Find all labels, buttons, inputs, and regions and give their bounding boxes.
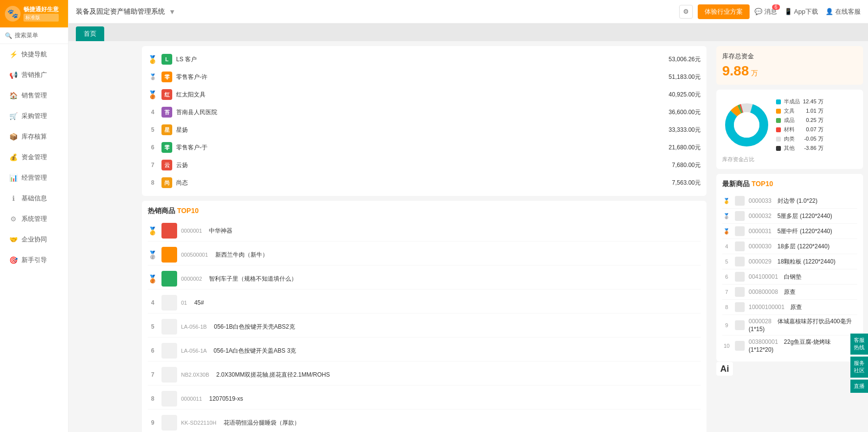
customer-service-button[interactable]: 客服热线: [850, 334, 868, 355]
rank-item: 7 云 云扬 7,680.00元: [148, 158, 701, 172]
sidebar-item-label: 系统管理: [22, 215, 47, 223]
sidebar-item-xitong[interactable]: ⚙ 系统管理: [0, 209, 68, 229]
new-product-item: 10 003800001 22g鱼豆腐-烧烤味 (1*12*20): [722, 336, 857, 356]
new-product-item: 🥉 0000031 5厘中纤 (1220*2440): [722, 224, 857, 239]
topbar-title: 装备及固定资产辅助管理系统 ▼: [76, 7, 674, 16]
new-products-card: 最新商品 TOP10 🥇 0000033 封边带 (1.0*22) 🥈 0000…: [716, 174, 863, 361]
rank-item: 5 星 星扬 33,333.00元: [148, 122, 701, 137]
legend-value: 0.25 万: [806, 117, 823, 124]
product-thumb: [161, 415, 177, 431]
sidebar-item-label: 采购管理: [22, 112, 47, 120]
topbar-right: 💬 消息 6 📱 App下载 👤 在线客服: [754, 7, 861, 16]
medal-bronze-icon: 🥉: [148, 90, 158, 99]
legend-name: 文具: [784, 107, 803, 115]
product-name: 花语萌恒温分腿睡袋（厚款）: [224, 419, 300, 426]
product-thumb: [161, 391, 177, 407]
app-download-label: App下载: [794, 7, 818, 16]
product-thumb: [735, 272, 745, 282]
customer-ranking-card: 🥇 L LS 客户 53,006.26元 🥈 零 零售客户-许 51,183.0…: [142, 46, 707, 196]
rank-number: 8: [722, 304, 731, 310]
sidebar-item-zijin[interactable]: 💰 资金管理: [0, 147, 68, 168]
rank-number: 🥈: [148, 72, 158, 82]
legend-name: 材料: [784, 126, 803, 133]
app-name: 畅捷通好生意: [23, 6, 59, 14]
product-thumb: [161, 247, 177, 263]
legend-item: 材料 0.07 万: [776, 126, 823, 133]
new-product-item: 🥈 0000032 5厘多层 (1220*2440): [722, 209, 857, 224]
dropdown-icon[interactable]: ▼: [169, 8, 176, 16]
top10-label: TOP10: [177, 207, 199, 215]
ai-label[interactable]: Ai: [716, 362, 733, 376]
new-product-item: 4 0000030 18多层 (1220*2440): [722, 239, 857, 254]
product-thumb: [735, 241, 745, 251]
sidebar-item-xinshou[interactable]: 🎯 新手引导: [0, 250, 68, 270]
sidebar-item-jichu[interactable]: ℹ 基础信息: [0, 188, 68, 209]
product-code: 0000002: [181, 276, 207, 282]
live-button[interactable]: 直播: [850, 380, 868, 393]
sidebar-item-label: 快捷导航: [22, 50, 47, 59]
sidebar-item-xiaoshou[interactable]: 🏠 销售管理: [0, 85, 68, 106]
rank-item: 4 苔 苔南县人民医院 36,600.00元: [148, 105, 701, 120]
chart-subtitle: 库存资金占比: [722, 156, 857, 163]
service-icon: 👤: [825, 8, 833, 15]
online-service-button[interactable]: 👤 在线客服: [825, 7, 861, 16]
rank-number: 🥇: [722, 198, 731, 204]
rank-item: 🥇 L LS 客户 53,006.26元: [148, 52, 701, 67]
product-thumb: [161, 367, 177, 383]
legend-name: 其他: [784, 144, 801, 152]
experience-button[interactable]: 体验行业方案: [698, 4, 750, 19]
customer-value: 21,680.00元: [669, 144, 701, 152]
legend-color-dot: [776, 127, 781, 132]
float-service: 客服热线 服务社区 直播: [850, 334, 868, 393]
rank-item: 8 尚 尚态 7,563.00元: [148, 175, 701, 190]
customer-rank-list: 🥇 L LS 客户 53,006.26元 🥈 零 零售客户-许 51,183.0…: [148, 52, 701, 190]
customer-value: 40,925.00元: [669, 91, 701, 99]
settings-button[interactable]: ⚙: [679, 5, 693, 19]
new-product-item: 8 10000100001 原查: [722, 300, 857, 315]
sidebar-item-kuaijie[interactable]: ⚡ 快捷导航: [0, 44, 68, 65]
sidebar-item-qiye[interactable]: 🤝 企业协同: [0, 229, 68, 250]
sidebar-item-yingxiao[interactable]: 📢 营销推广: [0, 65, 68, 85]
rank-number: 🥈: [722, 213, 731, 219]
product-info: 01 45#: [181, 299, 701, 307]
jingying-icon: 📊: [9, 173, 18, 182]
rank-number: 7: [148, 370, 158, 380]
message-button[interactable]: 💬 消息 6: [754, 7, 777, 16]
product-info: NB2.0X30B 2.0X30MM双搓花轴,搓花直径2.1MM/ROHS: [181, 371, 701, 379]
content-right: 库存总资金 9.88 万: [711, 41, 868, 432]
customer-badge: 红: [161, 89, 172, 100]
rank-number: 8: [148, 178, 158, 188]
product-code: NB2.0X30B: [181, 372, 214, 378]
legend-item: 文具 1.01 万: [776, 107, 823, 115]
legend-name: 肉类: [784, 135, 801, 143]
inventory-value-display: 9.88 万: [722, 63, 857, 79]
customer-badge: 零: [161, 72, 172, 82]
product-code: 000500001: [181, 252, 213, 258]
legend-item: 其他 -3.86 万: [776, 144, 823, 152]
customer-name: LS 客户: [176, 55, 665, 64]
legend-color-dot: [776, 118, 781, 123]
qiye-icon: 🤝: [9, 235, 18, 244]
main-area: 装备及固定资产辅助管理系统 ▼ ⚙ 体验行业方案 💬 消息 6 📱 App下载 …: [69, 0, 868, 432]
home-tab[interactable]: 首页: [76, 26, 104, 41]
sidebar-item-caigou[interactable]: 🛒 采购管理: [0, 106, 68, 126]
sidebar-item-jingying[interactable]: 📊 经营管理: [0, 168, 68, 188]
product-name: 056-1B白色按键开关壳ABS2克: [214, 323, 295, 330]
sidebar: 🐾 畅捷通好生意 标准版 🔍 搜索菜单 ⚡ 快捷导航 📢 营销推广 🏠 销售管理…: [0, 0, 69, 432]
inventory-card: 库存总资金 9.88 万: [716, 46, 863, 85]
search-menu[interactable]: 🔍 搜索菜单: [0, 27, 68, 44]
new-product-item: 6 004100001 白钢垫: [722, 269, 857, 285]
sidebar-item-kucun[interactable]: 📦 库存核算: [0, 126, 68, 147]
rank-bronze-icon: 🥉: [148, 274, 158, 284]
page-tabs: 首页: [69, 24, 868, 41]
customer-name: 零售客户-于: [176, 144, 665, 152]
product-info: LA-056-1A 056-1A白色按键开关盖ABS 3克: [181, 347, 701, 355]
service-community-button[interactable]: 服务社区: [850, 357, 868, 378]
new-product-item: 9 0000028 体城嘉核味苏打饮品400毫升 (1*15): [722, 315, 857, 336]
app-download-button[interactable]: 📱 App下载: [784, 7, 818, 16]
inventory-legend: 半成品 12.45 万 文具 1.01 万 成品 0.25 万: [776, 98, 823, 152]
search-icon: 🔍: [5, 32, 12, 39]
legend-value: 0.07 万: [806, 126, 823, 133]
hot-product-item: 8 0000011 12070519-xs: [148, 388, 701, 409]
rank-number: 7: [722, 289, 731, 295]
